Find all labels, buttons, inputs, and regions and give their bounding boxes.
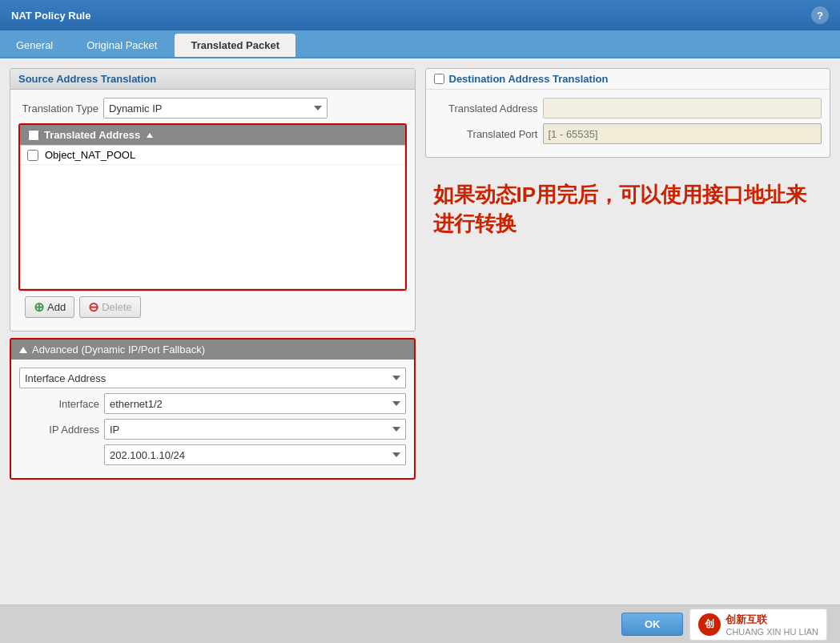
destination-title: Destination Address Translation: [449, 73, 609, 85]
footer: OK 创 创新互联 CHUANG XIN HU LIAN: [0, 605, 840, 643]
source-section-header: Source Address Translation: [10, 69, 415, 90]
nat-policy-rule-dialog: NAT Policy Rule ? General Original Packe…: [0, 0, 840, 643]
advanced-header-label: Advanced (Dynamic IP/Port Fallback): [32, 344, 205, 356]
dialog-title: NAT Policy Rule: [11, 10, 90, 22]
right-panel: Destination Address Translation Translat…: [425, 68, 831, 595]
dest-translated-port-label: Translated Port: [434, 128, 538, 140]
ok-button[interactable]: OK: [621, 613, 684, 636]
ip-address-row: IP Address IP Floating IP: [19, 419, 406, 440]
destination-enabled-checkbox[interactable]: [434, 74, 444, 84]
dest-translated-address-label: Translated Address: [434, 102, 538, 115]
delete-button[interactable]: ⊖ Delete: [79, 296, 141, 318]
ip-subnet-row: 202.100.1.10/24: [19, 444, 406, 465]
row-checkbox-1[interactable]: [27, 150, 38, 161]
ip-subnet-select[interactable]: 202.100.1.10/24: [104, 444, 406, 465]
brand-badge: 创 创新互联 CHUANG XIN HU LIAN: [689, 609, 827, 641]
tab-original-packet[interactable]: Original Packet: [70, 34, 173, 57]
destination-header: Destination Address Translation: [426, 69, 830, 90]
help-button[interactable]: ?: [811, 6, 829, 24]
help-icon: ?: [817, 10, 823, 22]
title-bar: NAT Policy Rule ?: [0, 0, 840, 30]
plus-icon: ⊕: [34, 299, 44, 315]
advanced-content: Interface Address Translated Address Int…: [11, 360, 414, 478]
annotation-text: 如果动态IP用完后，可以使用接口地址来进行转换: [425, 164, 831, 255]
destination-content: Translated Address Translated Port: [426, 90, 830, 157]
source-address-translation-section: Source Address Translation Translation T…: [10, 68, 416, 332]
translated-address-select-all-checkbox[interactable]: [28, 130, 39, 141]
translation-type-label: Translation Type: [18, 102, 98, 115]
interface-row: Interface ethernet1/2 ethernet1/1 ethern…: [19, 393, 406, 414]
minus-icon: ⊖: [88, 299, 98, 315]
tab-translated-packet[interactable]: Translated Packet: [175, 34, 295, 57]
table-toolbar: ⊕ Add ⊖ Delete: [18, 291, 407, 323]
translation-type-select[interactable]: Dynamic IP Dynamic IP and Port Static IP…: [103, 98, 328, 119]
translated-address-table: Object_NAT_POOL: [20, 145, 405, 289]
collapse-icon: [19, 347, 27, 353]
table-empty-area: [21, 165, 404, 269]
dest-translated-address-select[interactable]: [543, 98, 822, 119]
tab-general[interactable]: General: [0, 34, 69, 57]
sort-arrow-icon: [147, 133, 153, 138]
tab-bar: General Original Packet Translated Packe…: [0, 30, 840, 58]
dest-translated-port-row: Translated Port: [434, 123, 822, 144]
source-section-title: Source Address Translation: [18, 73, 156, 85]
translation-type-row: Translation Type Dynamic IP Dynamic IP a…: [18, 98, 407, 119]
left-panel: Source Address Translation Translation T…: [10, 68, 416, 595]
interface-label: Interface: [19, 398, 99, 410]
brand-text: 创新互联 CHUANG XIN HU LIAN: [725, 613, 818, 637]
source-section-content: Translation Type Dynamic IP Dynamic IP a…: [10, 90, 415, 331]
ip-address-label: IP Address: [19, 424, 99, 436]
table-row[interactable]: Object_NAT_POOL: [21, 146, 404, 165]
destination-section: Destination Address Translation Translat…: [425, 68, 831, 158]
dest-translated-address-row: Translated Address: [434, 98, 822, 119]
translated-address-header-label: Translated Address: [44, 129, 153, 141]
fallback-row: Interface Address Translated Address: [19, 368, 406, 388]
add-button[interactable]: ⊕ Add: [25, 296, 74, 318]
advanced-section: Advanced (Dynamic IP/Port Fallback) Inte…: [10, 338, 416, 480]
translated-address-section: Translated Address Object_NAT_POOL: [18, 123, 407, 291]
brand-icon: 创: [698, 613, 721, 636]
content-area: Source Address Translation Translation T…: [0, 58, 840, 605]
translated-address-table-header: Translated Address: [20, 125, 405, 145]
fallback-select[interactable]: Interface Address Translated Address: [19, 368, 406, 388]
interface-select[interactable]: ethernet1/2 ethernet1/1 ethernet1/3: [104, 393, 406, 414]
advanced-header[interactable]: Advanced (Dynamic IP/Port Fallback): [11, 340, 414, 360]
dest-translated-port-input[interactable]: [543, 123, 822, 144]
row-label-1: Object_NAT_POOL: [45, 149, 135, 161]
ip-address-select[interactable]: IP Floating IP: [104, 419, 406, 440]
